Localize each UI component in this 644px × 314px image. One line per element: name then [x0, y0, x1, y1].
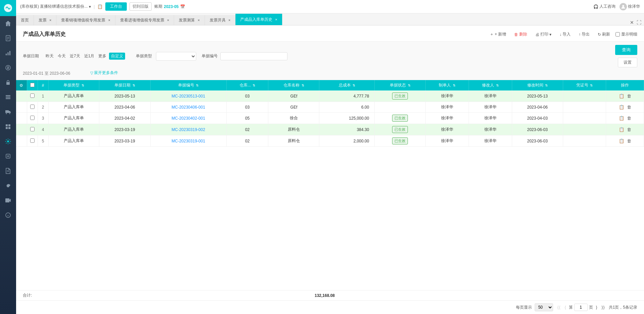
company-selector[interactable]: (库存核算) 直播轻绑通信息技术股份... ▾: [20, 4, 91, 9]
row-checkbox[interactable]: [27, 102, 38, 113]
row-code[interactable]: MC-20230402-001: [150, 113, 226, 124]
th-total-cost[interactable]: 总成本 ⇅: [319, 80, 375, 90]
tab-product-in-close[interactable]: ×: [275, 17, 277, 21]
th-modify-time[interactable]: 修改时间 ⇅: [512, 80, 563, 90]
tab-invoice-close[interactable]: ×: [49, 18, 51, 22]
per-page-select[interactable]: 50 100 200: [535, 303, 553, 311]
th-creator[interactable]: 制单人 ⇅: [426, 80, 469, 90]
row-delete-button[interactable]: 🗑: [626, 104, 632, 110]
th-gear[interactable]: ⚙: [16, 80, 27, 90]
sidebar-item-video[interactable]: [0, 193, 16, 208]
sidebar-item-finance[interactable]: [0, 60, 16, 75]
new-button[interactable]: ＋ + 新增: [487, 30, 509, 39]
date-more[interactable]: 更多: [97, 53, 108, 60]
row-checkbox[interactable]: [27, 90, 38, 102]
date-7days[interactable]: 近7天: [68, 53, 82, 60]
th-warehouse-name[interactable]: 仓库名称 ⇅: [268, 80, 319, 90]
tab-expand-button[interactable]: ⛶: [637, 20, 641, 25]
row-edit-button[interactable]: 📋: [618, 115, 625, 121]
tab-home-label: 首页: [21, 17, 29, 23]
tab-invoice-issue[interactable]: 发票开具 ×: [205, 15, 235, 25]
page-input[interactable]: [574, 304, 588, 311]
sidebar-item-truck[interactable]: [0, 105, 16, 119]
tab-invoice-calc-close[interactable]: ×: [198, 18, 200, 22]
help-button[interactable]: 🎧 人工咨询: [593, 4, 615, 9]
tab-purchase-vat-close[interactable]: ×: [167, 18, 169, 22]
row-status: 已生效: [375, 90, 426, 102]
date-today[interactable]: 今天: [56, 53, 67, 60]
switch-version-button[interactable]: 切到旧版: [129, 2, 152, 11]
row-code[interactable]: MC-20230319-002: [150, 124, 226, 135]
doc-btn[interactable]: 📋: [97, 4, 103, 9]
refresh-button[interactable]: ↻ 刷新: [595, 30, 613, 39]
tab-invoice-issue-close[interactable]: ×: [228, 18, 230, 22]
th-num: #: [38, 80, 48, 90]
sidebar-item-chart[interactable]: [0, 46, 16, 60]
tab-purchase-vat[interactable]: 查看进项增值税专用发票 ×: [115, 15, 174, 25]
delete-button[interactable]: 🗑 删除: [512, 30, 530, 39]
row-checkbox[interactable]: [27, 135, 38, 147]
tab-invoice-calc[interactable]: 发票测算 ×: [174, 15, 205, 25]
expand-more-btn[interactable]: ▽ 展开更多条件: [90, 70, 118, 76]
row-delete-button[interactable]: 🗑: [626, 93, 632, 99]
tab-home[interactable]: 首页: [16, 15, 34, 25]
th-status[interactable]: 单据状态 ⇅: [375, 80, 426, 90]
row-edit-button[interactable]: 📋: [618, 126, 625, 133]
sidebar-item-inventory[interactable]: [0, 119, 16, 134]
date-yesterday[interactable]: 昨天: [44, 53, 55, 60]
row-code[interactable]: MC-20230319-001: [150, 135, 226, 147]
row-edit-button[interactable]: 📋: [618, 93, 625, 99]
print-button[interactable]: 🖨 打印 ▾: [533, 30, 554, 39]
select-all-checkbox[interactable]: [30, 83, 35, 87]
row-delete-button[interactable]: 🗑: [626, 138, 632, 144]
sidebar-item-list[interactable]: [0, 90, 16, 105]
th-type[interactable]: 单据类型 ⇅: [48, 80, 99, 90]
sidebar-item-production[interactable]: [0, 134, 16, 149]
next-page-button[interactable]: ⟩: [594, 304, 599, 311]
first-page-button[interactable]: ⟨⟨: [556, 304, 562, 311]
th-voucher[interactable]: 凭证号 ⇅: [563, 80, 606, 90]
row-edit-button[interactable]: 📋: [618, 104, 625, 110]
tab-sales-vat[interactable]: 查看销项增值税专用发票 ×: [56, 15, 115, 25]
tab-product-in[interactable]: 产成品入库单历史 ×: [235, 14, 282, 25]
set-button[interactable]: 设置: [618, 58, 637, 67]
row-type: 产品入库单: [48, 102, 99, 113]
type-filter-select[interactable]: [156, 52, 196, 61]
row-delete-button[interactable]: 🗑: [626, 115, 632, 121]
row-code[interactable]: MC-20230406-001: [150, 102, 226, 113]
sidebar-item-settings[interactable]: [0, 178, 16, 193]
row-checkbox[interactable]: [27, 124, 38, 135]
query-button[interactable]: 查询: [615, 45, 637, 55]
tab-sales-vat-close[interactable]: ×: [108, 18, 110, 22]
show-detail-checkbox[interactable]: [615, 32, 620, 37]
user-menu[interactable]: 徐泽华: [620, 3, 640, 10]
row-delete-button[interactable]: 🗑: [626, 126, 632, 133]
row-wname: GEf: [268, 102, 319, 113]
sidebar-item-home[interactable]: [0, 16, 16, 31]
row-edit-button[interactable]: 📋: [618, 138, 625, 144]
th-modifier[interactable]: 修改人 ⇅: [469, 80, 512, 90]
tab-bar: 首页 发票 × 查看销项增值税专用发票 × 查看进项增值税专用发票 × 发票测算…: [16, 13, 644, 25]
workbench-button[interactable]: 工作台: [105, 2, 127, 11]
sidebar-item-version[interactable]: V: [0, 208, 16, 223]
row-checkbox[interactable]: [27, 113, 38, 124]
th-warehouse-code[interactable]: 仓库... ⇅: [226, 80, 268, 90]
th-date[interactable]: 单据日期 ⇅: [99, 80, 150, 90]
tab-close-all-button[interactable]: ✕: [630, 20, 634, 25]
sidebar-item-stamp[interactable]: [0, 149, 16, 164]
tab-invoice[interactable]: 发票 ×: [34, 15, 56, 25]
row-code[interactable]: MC-20230513-001: [150, 90, 226, 102]
date-1month[interactable]: 近1月: [83, 53, 96, 60]
sidebar-item-lock[interactable]: [0, 75, 16, 90]
import-button[interactable]: ↓ 导入: [557, 30, 573, 39]
last-page-button[interactable]: ⟩⟩: [600, 304, 606, 311]
prev-page-button[interactable]: ⟨: [563, 304, 568, 311]
th-code[interactable]: 单据编号 ⇅: [150, 80, 226, 90]
sidebar-item-report[interactable]: [0, 164, 16, 178]
period-calendar-icon[interactable]: 📅: [180, 4, 185, 9]
export-button[interactable]: ↑ 导出: [576, 30, 592, 39]
date-custom[interactable]: 自定义: [109, 53, 125, 60]
sidebar-item-document[interactable]: [0, 31, 16, 46]
tab-product-in-label: 产成品入库单历史: [240, 17, 272, 22]
number-filter-input[interactable]: [220, 52, 287, 60]
